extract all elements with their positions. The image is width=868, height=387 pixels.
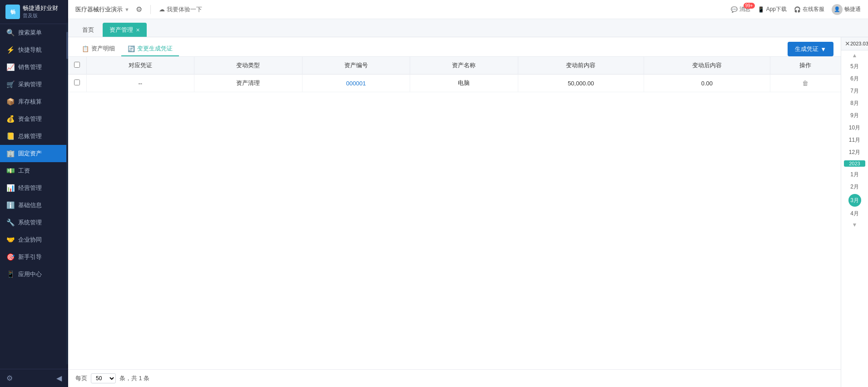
sidebar-item-purchase[interactable]: 🛒 采购管理 <box>0 76 68 93</box>
page-size-select[interactable]: 50 100 200 <box>91 373 116 383</box>
panel-scroll-up[interactable]: ▲ <box>841 50 868 60</box>
panel-scroll-down[interactable]: ▼ <box>841 220 868 230</box>
tab-assets-mgmt[interactable]: 资产管理 ✕ <box>103 23 147 37</box>
row-voucher: -- <box>86 74 194 92</box>
system-icon: 🔧 <box>6 218 15 227</box>
sidebar-item-app[interactable]: 📱 应用中心 <box>0 266 68 283</box>
month-12[interactable]: 12月 <box>841 146 868 159</box>
month-11[interactable]: 11月 <box>841 134 868 146</box>
experience-label: 我要体验一下 <box>167 5 202 14</box>
month-5[interactable]: 5月 <box>841 60 868 73</box>
salary-icon: 💵 <box>6 167 15 175</box>
guide-icon: 🎯 <box>6 253 15 261</box>
messages-action[interactable]: 💬 消息 99+ <box>731 5 750 13</box>
support-icon: 🎧 <box>794 6 801 13</box>
sidebar-item-label: 基础信息 <box>18 201 42 209</box>
sidebar-item-label: 应用中心 <box>18 270 42 278</box>
month-2023-2[interactable]: 2月 <box>841 181 868 193</box>
sidebar-item-enterprise[interactable]: 🤝 企业协同 <box>0 231 68 248</box>
quicknav-icon: ⚡ <box>6 46 15 54</box>
row-asset-name: 电脑 <box>410 74 518 92</box>
row-before: 50,000.00 <box>518 74 644 92</box>
logo-title: 畅捷通好业财 <box>23 5 58 12</box>
collapse-icon[interactable]: ◀ <box>56 374 62 382</box>
sidebar: 畅 畅捷通好业财 普及版 🔍 搜索菜单 ⚡ 快捷导航 📈 销售管理 <box>0 0 68 387</box>
sidebar-item-label: 搜索菜单 <box>18 29 42 37</box>
sidebar-item-label: 新手引导 <box>18 253 42 261</box>
asset-detail-icon: 📋 <box>82 45 89 52</box>
assets-icon: 🏢 <box>6 149 15 158</box>
sidebar-item-quicknav[interactable]: ⚡ 快捷导航 <box>0 41 68 59</box>
select-all-checkbox[interactable] <box>74 62 80 68</box>
sidebar-item-sales[interactable]: 📈 销售管理 <box>0 59 68 76</box>
month-6[interactable]: 6月 <box>841 73 868 85</box>
tab-close-icon[interactable]: ✕ <box>136 27 140 33</box>
basic-icon: ℹ️ <box>6 201 15 209</box>
col-change-type: 变动类型 <box>194 57 303 74</box>
delete-row-button[interactable]: 🗑 <box>802 79 808 87</box>
sales-icon: 📈 <box>6 63 15 71</box>
sidebar-item-search[interactable]: 🔍 搜索菜单 <box>0 24 68 41</box>
month-10[interactable]: 10月 <box>841 122 868 134</box>
tabbar: 首页 资产管理 ✕ <box>68 19 868 37</box>
app-icon: 📱 <box>6 270 15 278</box>
sidebar-nav: 🔍 搜索菜单 ⚡ 快捷导航 📈 销售管理 🛒 采购管理 📦 库存核算 💰 <box>0 24 68 369</box>
sidebar-item-inventory[interactable]: 📦 库存核算 <box>0 93 68 110</box>
user-action[interactable]: 👤 畅捷通 <box>832 4 861 15</box>
row-change-type: 资产清理 <box>194 74 303 92</box>
month-2023-4[interactable]: 4月 <box>841 208 868 220</box>
subtab-asset-detail[interactable]: 📋 资产明细 <box>75 42 121 56</box>
panel-content: ▲ 5月 6月 7月 8月 9月 10月 11月 12月 2023 1月 <box>841 50 868 387</box>
message-badge: 99+ <box>744 3 755 9</box>
asset-table-container: 对应凭证 变动类型 资产编号 资产名称 变动前内容 变动后内容 操作 <box>68 57 841 369</box>
tab-home[interactable]: 首页 <box>75 23 101 37</box>
months-before-2023: 5月 6月 7月 8月 9月 10月 11月 12月 <box>841 60 868 159</box>
col-action: 操作 <box>770 57 841 74</box>
row-checkbox[interactable] <box>74 79 80 85</box>
sidebar-logo: 畅 畅捷通好业财 普及版 <box>0 0 68 24</box>
company-selector[interactable]: 医疗器械行业演示 ▼ <box>75 5 129 14</box>
sidebar-item-system[interactable]: 🔧 系统管理 <box>0 214 68 231</box>
total-label: 条，共 1 条 <box>119 374 149 382</box>
finance-icon: 💰 <box>6 115 15 123</box>
generate-voucher-button[interactable]: 生成凭证 ▼ <box>788 42 833 56</box>
topbar-right: 💬 消息 99+ 📱 App下载 🎧 在线客服 👤 畅捷通 <box>731 4 861 15</box>
app-download-action[interactable]: 📱 App下载 <box>758 5 787 13</box>
experience-button[interactable]: ☁ 我要体验一下 <box>159 5 202 14</box>
sidebar-item-label: 库存核算 <box>18 98 42 106</box>
month-2023-3[interactable]: 3月 <box>848 194 861 207</box>
sidebar-item-guide[interactable]: 🎯 新手引导 <box>0 248 68 266</box>
month-8[interactable]: 8月 <box>841 97 868 109</box>
month-9[interactable]: 9月 <box>841 109 868 122</box>
row-asset-number: 000001 <box>302 74 410 92</box>
sidebar-item-label: 系统管理 <box>18 218 42 227</box>
sidebar-item-finance[interactable]: 💰 资金管理 <box>0 110 68 128</box>
sidebar-item-ledger[interactable]: 📒 总账管理 <box>0 128 68 145</box>
col-after: 变动后内容 <box>644 57 770 74</box>
sidebar-item-salary[interactable]: 💵 工资 <box>0 162 68 179</box>
col-before: 变动前内容 <box>518 57 644 74</box>
purchase-icon: 🛒 <box>6 80 15 89</box>
subtab-asset-detail-label: 资产明细 <box>91 45 115 53</box>
subtab-change-voucher[interactable]: 🔄 变更生成凭证 <box>121 42 179 56</box>
right-panel: ✕ 2023.03 ⤢ ▲ 5月 6月 7月 8月 9月 10月 11月 12月 <box>841 37 868 387</box>
sidebar-item-label: 经营管理 <box>18 184 42 192</box>
sidebar-item-assets[interactable]: 🏢 固定资产 <box>0 145 68 162</box>
sidebar-item-label: 采购管理 <box>18 80 42 89</box>
sidebar-item-label: 固定资产 <box>18 149 42 158</box>
support-action[interactable]: 🎧 在线客服 <box>794 5 824 13</box>
month-2023-1[interactable]: 1月 <box>841 169 868 181</box>
year-2023-badge: 2023 <box>844 160 865 167</box>
sidebar-item-label: 销售管理 <box>18 63 42 71</box>
panel-close-icon[interactable]: ✕ <box>845 40 850 47</box>
logo-icon: 畅 <box>5 5 20 19</box>
settings-icon[interactable]: ⚙ <box>6 374 13 382</box>
sidebar-item-basic[interactable]: ℹ️ 基础信息 <box>0 197 68 214</box>
tab-assets-label: 资产管理 <box>109 26 133 34</box>
topbar-settings-icon[interactable]: ⚙ <box>136 5 142 14</box>
table-row: -- 资产清理 000001 电脑 50,000.00 0.00 🗑 <box>68 74 841 92</box>
month-7[interactable]: 7月 <box>841 85 868 97</box>
col-asset-number: 资产编号 <box>302 57 410 74</box>
col-voucher: 对应凭证 <box>86 57 194 74</box>
sidebar-item-operations[interactable]: 📊 经营管理 <box>0 179 68 197</box>
